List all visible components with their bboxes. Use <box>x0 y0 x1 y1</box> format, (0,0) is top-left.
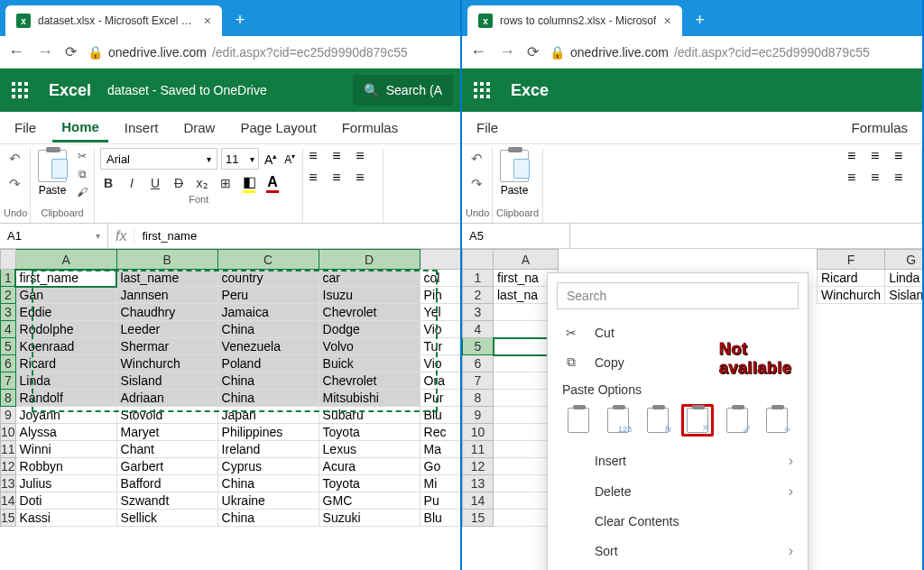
cell[interactable]: car <box>319 270 420 287</box>
row-header[interactable]: 14 <box>463 492 494 510</box>
menu-sort[interactable]: Sort› <box>548 536 808 566</box>
new-tab-button[interactable]: + <box>227 7 253 32</box>
sub-super-button[interactable]: x₂ <box>194 176 210 190</box>
row-header[interactable]: 9 <box>1 407 16 424</box>
app-launcher-icon[interactable] <box>469 78 494 103</box>
cell[interactable]: country <box>217 270 319 287</box>
spreadsheet-grid[interactable]: ABCD1first_namelast_namecountrycarcol2Ga… <box>0 249 460 570</box>
name-box[interactable]: A1▾ <box>0 224 108 248</box>
cell[interactable]: Kassi <box>15 510 116 527</box>
new-tab-button[interactable]: + <box>688 7 713 32</box>
cell[interactable]: first_name <box>15 270 116 287</box>
row-header[interactable]: 5 <box>463 338 494 355</box>
cell[interactable]: Mi <box>420 475 460 492</box>
tab-draw[interactable]: Draw <box>174 115 224 141</box>
cell[interactable]: Yel <box>420 304 460 321</box>
menu-insert[interactable]: Insert› <box>548 446 808 476</box>
row-header[interactable]: 11 <box>1 441 16 458</box>
cell[interactable]: Sisland <box>116 372 217 390</box>
cell[interactable]: Julius <box>15 475 116 492</box>
align-middle-button[interactable]: ≡ <box>332 148 354 168</box>
cell[interactable]: China <box>217 475 319 492</box>
cell[interactable]: Peru <box>217 287 319 304</box>
fill-color-button[interactable]: ◧ <box>241 173 257 193</box>
cell[interactable]: Ireland <box>217 441 319 458</box>
align-top-button[interactable]: ≡ <box>847 148 869 168</box>
cell[interactable]: Rec <box>420 424 460 441</box>
menu-new-comment[interactable]: 💬New Comment <box>548 566 808 570</box>
menu-delete[interactable]: Delete› <box>548 476 808 507</box>
browser-tab[interactable]: x rows to columns2.xlsx - Microsof × <box>467 5 682 36</box>
cell[interactable]: Venezuela <box>217 338 319 355</box>
row-header[interactable]: 14 <box>1 492 16 510</box>
cell[interactable]: Ukraine <box>217 492 319 510</box>
paste-formulas[interactable]: fx <box>642 404 674 437</box>
cell[interactable]: Garbert <box>116 458 217 475</box>
cell[interactable]: Robbyn <box>15 458 116 475</box>
underline-button[interactable]: U <box>147 176 163 190</box>
fx-icon[interactable]: fx <box>108 228 134 244</box>
row-header[interactable]: 6 <box>1 355 16 372</box>
cell[interactable]: Shermar <box>116 338 217 355</box>
menu-clear-contents[interactable]: Clear Contents <box>548 507 808 536</box>
row-header[interactable]: 13 <box>1 475 16 492</box>
row-header[interactable]: 1 <box>463 270 494 287</box>
align-left-button[interactable]: ≡ <box>309 170 330 189</box>
row-header[interactable]: 12 <box>1 458 16 475</box>
formula-input[interactable]: first_name <box>134 229 460 243</box>
cell[interactable]: Toyota <box>319 475 420 492</box>
cell[interactable]: Randolf <box>15 390 116 407</box>
cell[interactable]: Gan <box>15 287 116 304</box>
cell[interactable]: China <box>217 372 319 390</box>
column-header[interactable]: F <box>818 250 885 270</box>
cell[interactable]: Jamaica <box>217 304 319 321</box>
name-box[interactable]: A5 <box>462 224 570 248</box>
cell[interactable]: Mitsubishi <box>319 390 420 407</box>
cell[interactable]: last_name <box>116 270 217 287</box>
back-button[interactable]: ← <box>7 42 25 61</box>
row-header[interactable]: 3 <box>1 304 16 321</box>
url-field[interactable]: 🔒 onedrive.live.com/edit.aspx?cid=ec25d9… <box>550 45 915 60</box>
row-header[interactable]: 2 <box>463 287 494 304</box>
cell[interactable]: Joyann <box>15 407 116 424</box>
column-header[interactable]: C <box>217 250 319 270</box>
row-header[interactable]: 4 <box>1 321 16 338</box>
cell[interactable]: Alyssa <box>15 424 116 441</box>
cell[interactable]: Philippines <box>217 424 319 441</box>
font-name-select[interactable]: Arial▾ <box>100 148 217 170</box>
cell[interactable]: Acura <box>319 458 420 475</box>
url-field[interactable]: 🔒 onedrive.live.com/edit.aspx?cid=ec25d9… <box>88 45 453 60</box>
cell[interactable]: China <box>217 321 319 338</box>
browser-tab[interactable]: x dataset.xlsx - Microsoft Excel Onl × <box>5 5 222 36</box>
cell[interactable]: Dodge <box>319 321 420 338</box>
cell[interactable]: Blu <box>420 510 460 527</box>
back-button[interactable]: ← <box>469 42 487 61</box>
cell[interactable]: Toyota <box>319 424 420 441</box>
redo-button[interactable]: ↷ <box>468 173 485 195</box>
align-center-button[interactable]: ≡ <box>871 170 892 189</box>
undo-button[interactable]: ↶ <box>6 148 23 170</box>
paste-button[interactable]: Paste <box>34 148 70 198</box>
cell[interactable]: Vio <box>420 321 460 338</box>
reload-button[interactable]: ⟳ <box>527 43 539 60</box>
cell[interactable]: Koenraad <box>15 338 116 355</box>
row-header[interactable]: 13 <box>463 475 494 492</box>
search-button[interactable]: 🔍 Search (A <box>353 75 453 106</box>
cell[interactable]: Winni <box>15 441 116 458</box>
tab-file[interactable]: File <box>5 115 45 141</box>
cell[interactable]: Maryet <box>116 424 217 441</box>
row-header[interactable]: 1 <box>1 270 16 287</box>
cell[interactable]: Tur <box>420 338 460 355</box>
row-header[interactable]: 10 <box>463 424 494 441</box>
close-tab-icon[interactable]: × <box>663 14 670 28</box>
paste-link[interactable]: ∞ <box>761 404 793 437</box>
cell[interactable]: Linda <box>15 372 116 390</box>
row-header[interactable]: 9 <box>463 407 494 424</box>
cell[interactable]: Szwandt <box>116 492 217 510</box>
copy-button[interactable]: ⧉ <box>74 166 90 181</box>
undo-button[interactable]: ↶ <box>468 148 485 170</box>
border-button[interactable]: ⊞ <box>217 176 234 190</box>
row-header[interactable]: 10 <box>1 424 16 441</box>
cell[interactable]: Poland <box>217 355 319 372</box>
tab-file[interactable]: File <box>467 115 507 141</box>
